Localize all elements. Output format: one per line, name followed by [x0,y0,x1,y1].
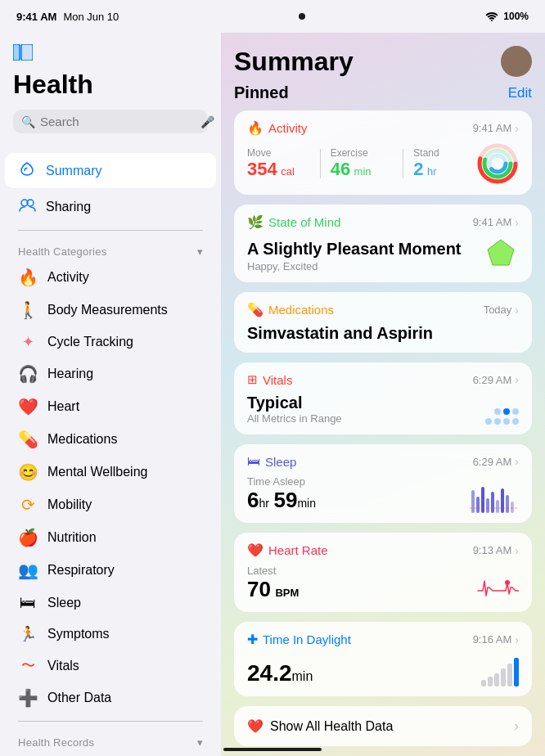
svg-rect-19 [496,500,499,513]
sidebar-item-addaccount[interactable]: ⊕ Add Account [5,752,216,756]
search-bar[interactable]: 🔍 🎤 [13,110,208,133]
daylight-card-header: ✚ Time In Daylight 9:16 AM › [247,632,519,647]
sidebar-item-sleep[interactable]: 🛏 Sleep [5,587,216,619]
sidebar-item-mental[interactable]: 😊 Mental Wellbeing [5,456,216,488]
stand-label: Stand [413,147,476,159]
svg-rect-16 [481,487,484,513]
wifi-icon [485,11,498,21]
heart-icon: ❤️ [18,397,38,416]
category-label-sleep: Sleep [47,596,81,610]
sidebar-item-label-summary: Summary [46,164,101,178]
edit-button[interactable]: Edit [508,85,532,101]
main-header: Summary [234,33,532,83]
records-chevron-icon: ▾ [197,736,203,749]
svg-rect-18 [491,492,494,513]
category-label-nutrition: Nutrition [47,530,97,545]
sidebar-item-body[interactable]: 🚶 Body Measurements [5,294,216,326]
battery-text: 100% [503,11,529,22]
sidebar-item-nutrition[interactable]: 🍎 Nutrition [5,521,216,554]
sidebar-item-sharing[interactable]: Sharing [5,190,216,223]
sidebar-divider-1 [18,230,203,231]
sidebar-item-medications[interactable]: 💊 Medications [5,423,216,456]
stateofmind-chevron-icon: › [515,216,519,229]
top-indicator [299,13,305,20]
svg-rect-1 [13,44,20,61]
svg-rect-20 [501,488,504,513]
exercise-value: 46 min [331,159,394,180]
daylight-value: 24.2min [247,660,313,686]
sidebar-item-hearing[interactable]: 🎧 Hearing [5,358,216,390]
sidebar-item-mobility[interactable]: ⟳ Mobility [5,488,216,521]
showall-icon: ❤️ [247,718,263,734]
medications-card-time: Today › [484,304,519,317]
daylight-card[interactable]: ✚ Time In Daylight 9:16 AM › 24.2min [234,622,532,696]
daylight-title-row: ✚ Time In Daylight [247,632,351,647]
sidebar-item-activity[interactable]: 🔥 Activity [5,261,216,294]
svg-rect-17 [486,498,489,513]
sleep-card[interactable]: 🛏 Sleep 6:29 AM › Time Asleep 6hr 59min [234,444,532,523]
sleep-card-time: 6:29 AM › [473,455,519,468]
sidebar-item-summary[interactable]: Summary [5,153,216,188]
sidebar-toggle-button[interactable] [13,44,33,63]
sidebar-title: Health [13,70,208,100]
heart-rate-card[interactable]: ❤️ Heart Rate 9:13 AM › Latest 70 BPM [234,533,532,612]
vitals-headline: Typical [247,394,342,412]
svg-point-0 [491,20,493,21]
sidebar-item-symptoms[interactable]: 🏃 Symptoms [5,619,216,650]
move-value: 354 cal [247,159,310,180]
heartrate-chevron-icon: › [515,544,519,557]
sleep-title-row: 🛏 Sleep [247,454,296,469]
medications-icon: 💊 [18,430,38,449]
sleep-icon: 🛏 [18,593,38,612]
categories-section-header: Health Categories ▾ [0,237,221,261]
metric-divider-2 [403,149,403,178]
otherdata-icon: ➕ [18,688,38,708]
vitals-content: Typical All Metrics in Range [247,394,519,425]
sleep-time: 6hr 59min [247,488,316,513]
search-input[interactable] [40,115,196,128]
show-all-card[interactable]: ❤️ Show All Health Data › [234,706,532,746]
vitals-description: All Metrics in Range [247,412,342,425]
daylight-chevron-icon: › [515,633,519,646]
sidebar-item-heart[interactable]: ❤️ Heart [5,390,216,423]
heartrate-card-header: ❤️ Heart Rate 9:13 AM › [247,542,519,558]
activity-card[interactable]: 🔥 Activity 9:41 AM › Move 354 cal [234,110,532,195]
sidebar-top: Health 🔍 🎤 [0,33,221,153]
stateofmind-icon [483,236,519,272]
respiratory-icon: 👥 [18,560,38,580]
stateofmind-content: A Slightly Pleasant Moment Happy, Excite… [247,236,519,272]
sidebar-item-respiratory[interactable]: 👥 Respiratory [5,554,216,587]
activity-icon: 🔥 [18,268,38,287]
svg-rect-2 [21,44,33,61]
categories-chevron-icon: ▾ [197,245,203,258]
sidebar-item-otherdata[interactable]: ➕ Other Data [5,682,216,714]
vitals-card[interactable]: ⊞ Vitals 6:29 AM › Typical All Metrics i… [234,362,532,434]
state-of-mind-card[interactable]: 🌿 State of Mind 9:41 AM › A Slightly Ple… [234,205,532,282]
show-all-left: ❤️ Show All Health Data [247,718,393,734]
category-label-medications: Medications [47,432,117,447]
heartrate-content: Latest 70 BPM [247,565,519,602]
heartrate-label: Latest [247,565,299,577]
sleep-content: Time Asleep 6hr 59min [247,475,519,513]
categories-header-label: Health Categories [18,245,106,258]
sidebar-item-vitals[interactable]: 〜 Vitals [5,650,216,682]
move-metric: Move 354 cal [247,147,310,180]
app-container: Health 🔍 🎤 Summary [0,33,545,756]
body-icon: 🚶 [18,300,38,320]
cycle-icon: ✦ [18,333,38,351]
daylight-chart [481,654,519,686]
avatar[interactable] [501,46,532,77]
activity-chevron-icon: › [515,122,519,135]
status-date: Mon Jun 10 [63,11,119,23]
pinned-title: Pinned [234,83,289,102]
search-icon: 🔍 [21,115,35,128]
move-label: Move [247,147,310,159]
sidebar-item-cycle[interactable]: ✦ Cycle Tracking [5,326,216,358]
sleep-label: Time Asleep [247,475,316,488]
medications-card[interactable]: 💊 Medications Today › Simvastatin and As… [234,292,532,353]
activity-metrics: Move 354 cal Exercise 46 min Stand [247,142,519,185]
vitals-icon: 〜 [18,656,38,675]
vitals-card-title: Vitals [263,373,292,387]
mic-icon: 🎤 [200,115,214,128]
medications-card-title: Medications [268,303,334,317]
